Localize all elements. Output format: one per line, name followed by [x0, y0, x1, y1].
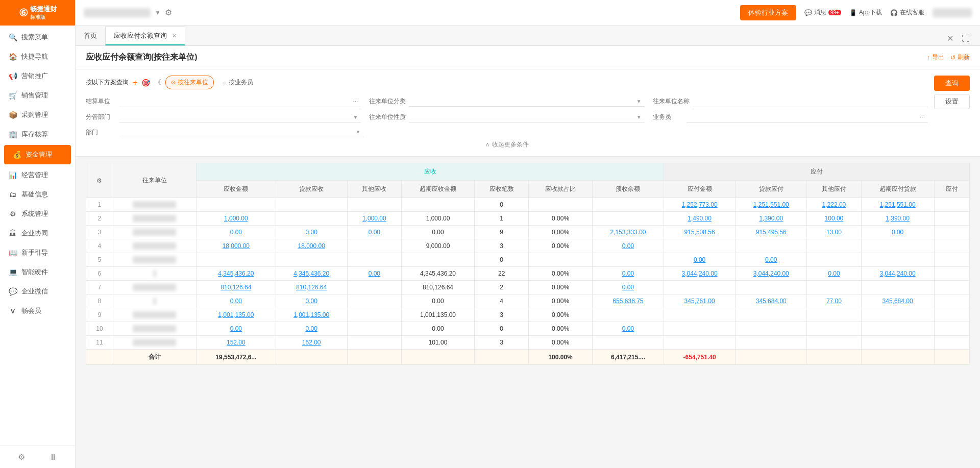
sidebar-item-member[interactable]: V 畅会员 [0, 301, 75, 321]
cell[interactable]: 1,390.00 [861, 212, 934, 226]
sidebar-item-purchase[interactable]: 📦 采购管理 [0, 105, 75, 125]
cell[interactable]: 152.00 [197, 336, 276, 350]
filter-collapse-btn[interactable]: 《 [154, 78, 161, 87]
th-settings[interactable]: ⚙ [86, 163, 113, 198]
user-area[interactable]: ██ [933, 8, 972, 17]
sidebar-item-hardware[interactable]: 💻 智能硬件 [0, 262, 75, 282]
cell[interactable]: 0.00 [592, 322, 664, 336]
sidebar-item-wechat[interactable]: 💬 企业微信 [0, 282, 75, 301]
cell[interactable]: 152.00 [276, 336, 347, 350]
cell[interactable]: 0.00 [592, 239, 664, 253]
export-button[interactable]: ↑ 导出 [927, 53, 944, 62]
settlement-unit-dots[interactable]: ··· [353, 97, 358, 105]
sidebar-item-sales[interactable]: 🛒 销售管理 [0, 86, 75, 105]
unit-category-select[interactable]: ▼ [409, 96, 644, 107]
cell[interactable]: 915,495.56 [736, 226, 807, 239]
cell[interactable]: 0.00 [197, 226, 276, 239]
cell[interactable]: 0.00 [197, 322, 276, 336]
app-download[interactable]: 📱 App下载 [849, 8, 882, 17]
sidebar-item-basic[interactable]: 🗂 基础信息 [0, 185, 75, 204]
tab-ar-ap[interactable]: 应收应付余额查询 ✕ [105, 27, 185, 45]
sidebar-item-system[interactable]: ⚙ 系统管理 [0, 204, 75, 224]
cell[interactable]: 0.00 [197, 294, 276, 308]
cell[interactable]: 0.00 [592, 267, 664, 281]
cell[interactable]: 655,636.75 [592, 294, 664, 308]
cell-ap-extra [934, 212, 969, 226]
cell[interactable]: 1,251,551.00 [861, 198, 934, 212]
cell[interactable]: 0.00 [861, 226, 934, 239]
cell[interactable]: 1,252,773.00 [664, 198, 736, 212]
sidebar-item-inventory[interactable]: 🏢 库存核算 [0, 125, 75, 144]
sidebar-item-marketing[interactable]: 📢 营销推广 [0, 66, 75, 86]
query-button[interactable]: 查询 [934, 76, 970, 91]
settings-footer-btn[interactable]: ⚙ [18, 452, 25, 462]
cell[interactable]: 100.00 [807, 212, 861, 226]
filter-option-by-employee[interactable]: ○ 按业务员 [218, 76, 258, 89]
cell[interactable]: 345,761.00 [664, 294, 736, 308]
solution-button[interactable]: 体验行业方案 [740, 5, 796, 20]
row-num: 1 [86, 198, 113, 212]
gear-btn[interactable]: ⚙ [165, 8, 172, 17]
cell[interactable]: 0.00 [347, 226, 401, 239]
cell[interactable]: 1,000.00 [197, 212, 276, 226]
cell[interactable]: 77.00 [807, 294, 861, 308]
cell[interactable]: 0.00 [736, 253, 807, 267]
sidebar-item-enterprise[interactable]: 🏛 企业协同 [0, 224, 75, 243]
cell[interactable]: 1,001,135.00 [276, 308, 347, 322]
cell[interactable]: 3,044,240.00 [861, 267, 934, 281]
cell[interactable]: 0.00 [592, 281, 664, 294]
set-button[interactable]: 设置 [934, 94, 970, 109]
cell[interactable]: 1,251,551.00 [736, 198, 807, 212]
filter-salesman: 业务员 ··· [653, 111, 928, 123]
cell[interactable]: 1,222.00 [807, 198, 861, 212]
cell[interactable]: 810,126.64 [276, 281, 347, 294]
filter-add-btn[interactable]: + [133, 78, 137, 87]
table-settings-icon[interactable]: ⚙ [96, 177, 102, 184]
notify-area[interactable]: 💬 消息 99+ [804, 8, 841, 17]
tab-close-btn[interactable]: ✕ [172, 33, 177, 39]
filter-option-by-unit[interactable]: ⊙ 按往来单位 [165, 76, 214, 89]
cell[interactable]: 345,684.00 [736, 294, 807, 308]
sidebar-item-management[interactable]: 📊 经营管理 [0, 165, 75, 185]
cell[interactable]: 915,508.56 [664, 226, 736, 239]
footer-ap-other [807, 350, 861, 365]
tab-home[interactable]: 首页 [76, 27, 105, 45]
cell[interactable]: 0.00 [807, 267, 861, 281]
tab-close-window-btn[interactable]: ✕ [945, 32, 955, 45]
cell[interactable]: 1,001,135.00 [197, 308, 276, 322]
cell[interactable]: 810,126.64 [197, 281, 276, 294]
cell[interactable]: 18,000.00 [276, 239, 347, 253]
cell[interactable]: 13.00 [807, 226, 861, 239]
refresh-button[interactable]: ↺ 刷新 [950, 53, 970, 62]
sidebar-item-finance[interactable]: 💰 资金管理 [4, 145, 71, 164]
cell[interactable]: 0.00 [276, 294, 347, 308]
cell [664, 281, 736, 294]
cell[interactable]: 0.00 [276, 322, 347, 336]
cell[interactable]: 3,044,240.00 [736, 267, 807, 281]
cell[interactable]: 3,044,240.00 [664, 267, 736, 281]
cell[interactable]: 18,000.00 [197, 239, 276, 253]
sidebar-item-guide[interactable]: 📖 新手引导 [0, 243, 75, 262]
sidebar-item-search[interactable]: 🔍 搜索菜单 [0, 28, 75, 47]
filter-setting-btn[interactable]: 🎯 [141, 79, 150, 87]
cell[interactable]: 0.00 [664, 253, 736, 267]
cell[interactable]: 4,345,436.20 [276, 267, 347, 281]
cell[interactable]: 0.00 [347, 267, 401, 281]
collapse-footer-btn[interactable]: ⏸ [49, 453, 57, 462]
cell[interactable]: 1,000.00 [347, 212, 401, 226]
tab-expand-btn[interactable]: ⛶ [960, 32, 972, 45]
cell[interactable]: 2,153,333.00 [592, 226, 664, 239]
cell[interactable]: 345,684.00 [861, 294, 934, 308]
unit-name-input[interactable] [693, 95, 928, 107]
unit-nature-select[interactable]: ▼ [409, 112, 644, 122]
online-service[interactable]: 🎧 在线客服 [890, 8, 924, 17]
salesman-dots[interactable]: ··· [920, 113, 925, 120]
cell[interactable]: 4,345,436.20 [197, 267, 276, 281]
dept-manage-select[interactable]: ▼ [119, 112, 361, 122]
collapse-more-btn[interactable]: ∧ 收起更多条件 [86, 137, 928, 152]
cell[interactable]: 1,390.00 [736, 212, 807, 226]
cell[interactable]: 1,490.00 [664, 212, 736, 226]
dept-select[interactable]: ▼ [119, 127, 364, 137]
cell[interactable]: 0.00 [276, 226, 347, 239]
sidebar-item-quicknav[interactable]: 🏠 快捷导航 [0, 47, 75, 66]
